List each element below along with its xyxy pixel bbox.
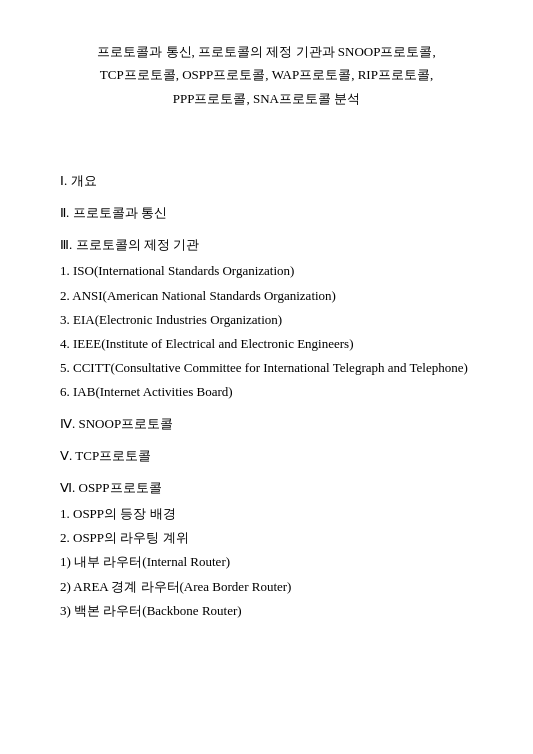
toc-item-III-1: 1. ISO(International Standards Organizat…: [60, 260, 473, 282]
toc-item-IV: Ⅳ. SNOOP프로토콜: [60, 413, 473, 435]
toc-item-III-4: 4. IEEE(Institute of Electrical and Elec…: [60, 333, 473, 355]
toc-item-VI: Ⅵ. OSPP프로토콜: [60, 477, 473, 499]
toc-item-III-3: 3. EIA(Electronic Industries Organizatio…: [60, 309, 473, 331]
toc-item-V: Ⅴ. TCP프로토콜: [60, 445, 473, 467]
subtitle-block: 프로토콜과 통신, 프로토콜의 제정 기관과 SNOOP프로토콜, TCP프로토…: [60, 40, 473, 110]
subtitle-line1: 프로토콜과 통신, 프로토콜의 제정 기관과 SNOOP프로토콜,: [60, 40, 473, 63]
toc-item-VI-2-2: 2) AREA 경계 라우터(Area Border Router): [60, 576, 473, 598]
subtitle-line2: TCP프로토콜, OSPP프로토콜, WAP프로토콜, RIP프로토콜,: [60, 63, 473, 86]
subtitle-line3: PPP프로토콜, SNA프로토콜 분석: [60, 87, 473, 110]
toc-item-VI-2: 2. OSPP의 라우팅 계위: [60, 527, 473, 549]
table-of-contents: Ⅰ. 개요Ⅱ. 프로토콜과 통신Ⅲ. 프로토콜의 제정 기관1. ISO(Int…: [60, 170, 473, 622]
toc-item-III-5: 5. CCITT(Consultative Committee for Inte…: [60, 357, 473, 379]
toc-item-III-2: 2. ANSI(American National Standards Orga…: [60, 285, 473, 307]
toc-item-VI-2-1: 1) 내부 라우터(Internal Router): [60, 551, 473, 573]
toc-item-VI-1: 1. OSPP의 등장 배경: [60, 503, 473, 525]
toc-item-VI-2-3: 3) 백본 라우터(Backbone Router): [60, 600, 473, 622]
toc-item-I: Ⅰ. 개요: [60, 170, 473, 192]
toc-item-III: Ⅲ. 프로토콜의 제정 기관: [60, 234, 473, 256]
toc-item-II: Ⅱ. 프로토콜과 통신: [60, 202, 473, 224]
toc-item-III-6: 6. IAB(Internet Activities Board): [60, 381, 473, 403]
